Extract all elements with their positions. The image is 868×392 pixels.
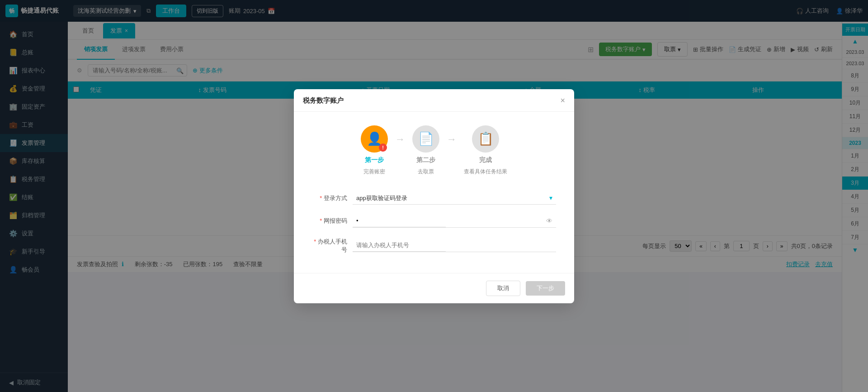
step-3-icon: 📋 xyxy=(472,125,499,153)
login-method-label: * 登录方式 xyxy=(312,194,353,202)
step-3-desc: 查看具体任务结果 xyxy=(464,168,507,176)
login-method-row: * 登录方式 app获取验证码登录 账号密码登录 ▾ xyxy=(312,192,556,205)
step-1-user-icon: 👤 xyxy=(367,131,382,146)
password-label: * 网报密码 xyxy=(312,217,353,225)
step-1-icon: 👤 ! xyxy=(361,125,388,153)
modal-title: 税务数字账户 xyxy=(303,96,344,105)
login-method-select[interactable]: app获取验证码登录 账号密码登录 xyxy=(353,192,556,204)
step-2-icon: 📄 xyxy=(412,125,439,153)
taxpayer-phone-input-wrap xyxy=(353,239,556,252)
steps-container: 👤 ! 第一步 完善账密 → 📄 第二步 去取票 → xyxy=(312,125,556,176)
cancel-button[interactable]: 取消 xyxy=(486,281,520,296)
modal-overlay: 税务数字账户 × 👤 ! 第一步 完善账密 → xyxy=(0,0,868,392)
taxpayer-phone-input[interactable] xyxy=(353,239,446,252)
step-2-desc: 去取票 xyxy=(418,168,434,176)
step-1: 👤 ! 第一步 完善账密 xyxy=(361,125,388,176)
modal-header: 税务数字账户 × xyxy=(294,89,574,112)
step-3-clipboard-icon: 📋 xyxy=(478,131,494,146)
step-1-error-badge: ! xyxy=(379,143,387,152)
step-2: 📄 第二步 去取票 xyxy=(412,125,439,176)
password-input-wrap: 👁 xyxy=(353,215,556,228)
modal-body: 👤 ! 第一步 完善账密 → 📄 第二步 去取票 → xyxy=(294,112,574,273)
taxpayer-phone-label: * 办税人手机号 xyxy=(312,238,353,254)
step-arrow-1: → xyxy=(395,134,405,145)
password-row: * 网报密码 👁 xyxy=(312,215,556,228)
step-1-label: 第一步 xyxy=(365,156,384,164)
step-3-label: 完成 xyxy=(479,156,492,164)
taxpayer-phone-row: * 办税人手机号 xyxy=(312,238,556,254)
step-arrow-2: → xyxy=(447,134,457,145)
next-step-button[interactable]: 下一步 xyxy=(526,281,565,296)
step-2-doc-icon: 📄 xyxy=(418,131,434,146)
password-toggle-icon[interactable]: 👁 xyxy=(546,217,552,225)
password-input[interactable] xyxy=(353,215,446,227)
step-1-desc: 完善账密 xyxy=(363,168,385,176)
modal-close-button[interactable]: × xyxy=(560,96,565,105)
step-2-label: 第二步 xyxy=(416,156,435,164)
tax-digital-modal: 税务数字账户 × 👤 ! 第一步 完善账密 → xyxy=(294,89,574,303)
step-3: 📋 完成 查看具体任务结果 xyxy=(464,125,507,176)
modal-footer: 取消 下一步 xyxy=(294,273,574,303)
login-method-select-wrap: app获取验证码登录 账号密码登录 ▾ xyxy=(353,192,556,205)
